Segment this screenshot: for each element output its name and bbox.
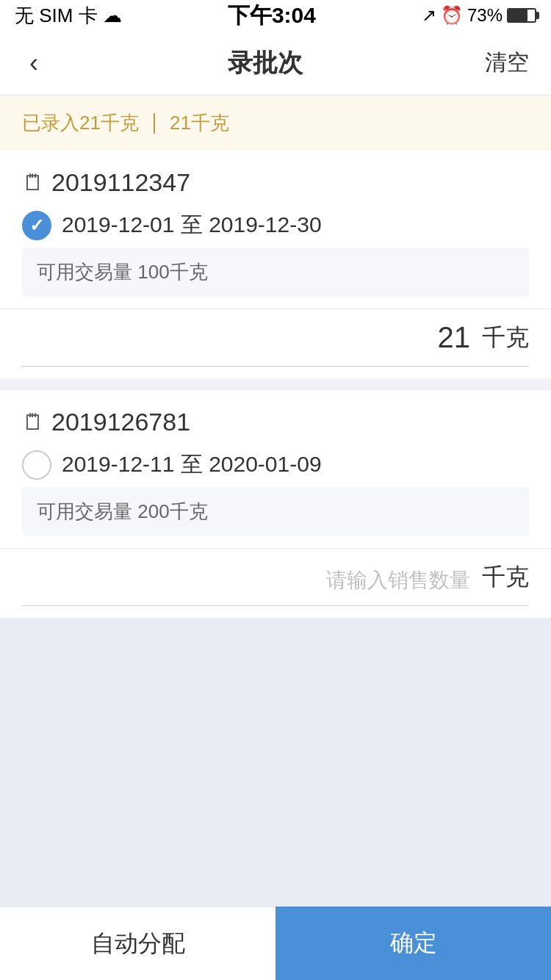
batch-bottom-space-2 — [0, 606, 551, 618]
item-divider — [0, 378, 551, 390]
location-icon: ↗ — [422, 5, 436, 26]
back-button[interactable]: ‹ — [22, 40, 46, 86]
summary-bar: 已录入21千克 21千克 — [0, 96, 551, 151]
batch-item-2: 🗒 2019126781 2019-12-11 至 2020-01-09 可用交… — [0, 390, 551, 618]
status-bar: 无 SIM 卡 ☁ 下午3:04 ↗ ⏰ 73% — [0, 0, 551, 31]
batch-icon-1: 🗒 — [22, 170, 44, 195]
summary-value: 21千克 — [170, 110, 229, 136]
qty-input-2[interactable] — [235, 561, 470, 594]
batch-icon-2: 🗒 — [22, 410, 44, 435]
radio-btn-2[interactable] — [22, 450, 51, 480]
batch-available-2: 可用交易量 200千克 — [22, 487, 529, 536]
page-title: 录批次 — [228, 46, 303, 80]
batch-date-2: 2019-12-11 至 2020-01-09 — [62, 450, 322, 480]
batch-input-row-2: 千克 — [0, 548, 551, 605]
status-time: 下午3:04 — [228, 1, 316, 31]
batch-number-1: 2019112347 — [51, 168, 190, 197]
batch-available-label-1: 可用交易量 100千克 — [37, 261, 208, 283]
batch-header-2: 🗒 2019126781 — [0, 390, 551, 444]
qty-unit-1: 千克 — [482, 322, 529, 354]
no-sim-text: 无 SIM 卡 ☁ — [15, 3, 122, 29]
batch-date-row-2: 2019-12-11 至 2020-01-09 — [0, 444, 551, 487]
batch-date-row-1: 2019-12-01 至 2019-12-30 — [0, 204, 551, 248]
batch-date-1: 2019-12-01 至 2019-12-30 — [62, 210, 322, 240]
summary-divider — [154, 113, 155, 134]
empty-space — [0, 618, 551, 912]
radio-btn-1[interactable] — [22, 211, 51, 240]
bottom-bar: 自动分配 确定 — [0, 907, 551, 980]
clear-button[interactable]: 清空 — [485, 48, 529, 78]
batch-available-1: 可用交易量 100千克 — [22, 248, 529, 297]
status-right: ↗ ⏰ 73% — [422, 5, 536, 26]
qty-input-1[interactable] — [382, 321, 470, 354]
battery-percent: 73% — [467, 5, 503, 26]
batch-header-1: 🗒 2019112347 — [0, 151, 551, 204]
qty-unit-2: 千克 — [482, 561, 529, 594]
batch-number-2: 2019126781 — [51, 408, 190, 436]
nav-bar: ‹ 录批次 清空 — [0, 31, 551, 96]
confirm-button[interactable]: 确定 — [276, 907, 551, 980]
status-left: 无 SIM 卡 ☁ — [15, 3, 122, 29]
clock-icon: ⏰ — [441, 5, 463, 26]
batch-available-label-2: 可用交易量 200千克 — [37, 500, 208, 522]
batch-input-row-1: 千克 — [0, 309, 551, 366]
summary-label: 已录入21千克 — [22, 110, 139, 136]
auto-distribute-button[interactable]: 自动分配 — [0, 907, 276, 980]
content: 已录入21千克 21千克 🗒 2019112347 2019-12-01 至 2… — [0, 96, 551, 912]
batch-item-1: 🗒 2019112347 2019-12-01 至 2019-12-30 可用交… — [0, 151, 551, 378]
battery-icon — [507, 8, 536, 23]
batch-bottom-space-1 — [0, 367, 551, 378]
